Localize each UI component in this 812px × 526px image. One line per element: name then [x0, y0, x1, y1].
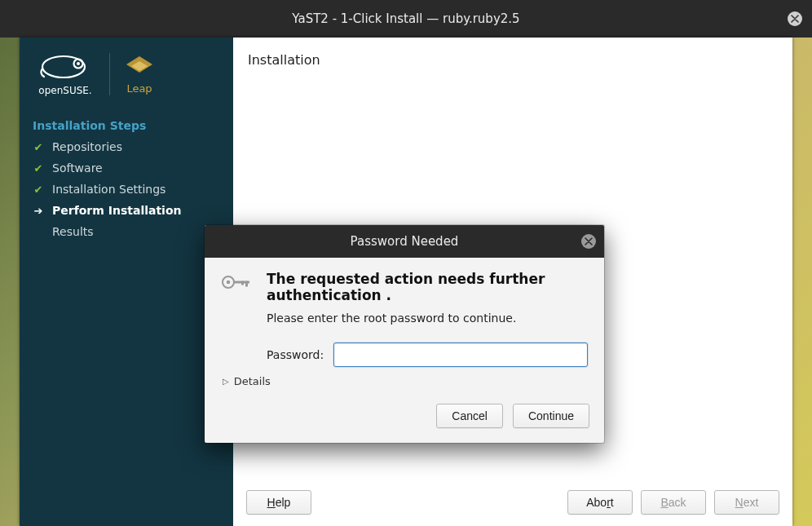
logo-separator	[109, 53, 110, 95]
close-icon	[585, 237, 593, 245]
window-title: YaST2 - 1-Click Install — ruby.ruby2.5	[292, 11, 519, 26]
svg-point-6	[227, 281, 231, 285]
step-perform-installation: ➔Perform Installation	[33, 204, 222, 217]
next-rest: ext	[744, 496, 759, 509]
abort-button[interactable]: Abort	[567, 490, 633, 515]
continue-button[interactable]: Continue	[513, 404, 589, 428]
sidebar: openSUSE. Leap Installation Steps ✔Repos…	[20, 38, 233, 526]
svg-rect-9	[241, 281, 244, 285]
step-label: Installation Settings	[52, 183, 165, 196]
dialog-titlebar: Password Needed	[205, 225, 604, 258]
back-button: Back	[641, 490, 706, 515]
help-button[interactable]: Help	[246, 490, 311, 515]
check-icon: ✔	[33, 141, 44, 153]
dialog-headline: The requested action needs further authe…	[267, 271, 588, 303]
abort-post: t	[611, 496, 614, 509]
chameleon-icon	[36, 52, 95, 83]
steps-header: Installation Steps	[33, 119, 222, 132]
step-label: Results	[52, 225, 94, 238]
help-rest: elp	[276, 496, 291, 509]
svg-rect-8	[245, 281, 248, 287]
logo-row: openSUSE. Leap	[36, 52, 222, 96]
password-dialog: Password Needed The requested action nee…	[205, 225, 604, 443]
steps-list: ✔Repositories ✔Software ✔Installation Se…	[33, 140, 222, 238]
help-mnemonic: H	[267, 496, 276, 509]
opensuse-label: openSUSE.	[38, 85, 91, 96]
back-mnemonic: B	[660, 496, 668, 509]
key-icon	[221, 271, 254, 294]
leap-logo: Leap	[125, 55, 154, 95]
password-input[interactable]	[333, 343, 588, 367]
password-label: Password:	[267, 348, 324, 361]
next-button: Next	[714, 490, 779, 515]
step-software: ✔Software	[33, 161, 222, 175]
password-row: Password:	[267, 343, 588, 367]
dialog-subtext: Please enter the root password to contin…	[267, 312, 588, 325]
step-label: Software	[52, 161, 103, 175]
dialog-footer: Cancel Continue	[205, 399, 604, 443]
dialog-close-button[interactable]	[581, 234, 596, 249]
page-title: Installation	[233, 38, 792, 68]
step-results: •Results	[33, 225, 222, 238]
dialog-title: Password Needed	[351, 234, 459, 249]
chevron-right-icon: ▷	[223, 377, 229, 386]
leap-label: Leap	[126, 82, 152, 95]
check-icon: ✔	[33, 162, 44, 175]
abort-pre: Abo	[586, 496, 607, 509]
close-icon	[791, 15, 799, 23]
dialog-header-row: The requested action needs further authe…	[221, 271, 588, 303]
leap-icon	[125, 55, 154, 79]
details-toggle[interactable]: ▷ Details	[223, 375, 588, 387]
back-rest: ack	[669, 496, 686, 509]
footer-bar: Help Abort Back Next	[233, 482, 792, 526]
step-repositories: ✔Repositories	[33, 140, 222, 153]
step-installation-settings: ✔Installation Settings	[33, 183, 222, 196]
check-icon: ✔	[33, 183, 44, 196]
svg-point-2	[77, 62, 80, 65]
cancel-button[interactable]: Cancel	[436, 404, 503, 428]
step-label: Perform Installation	[52, 204, 182, 217]
details-label: Details	[234, 375, 271, 387]
window-close-button[interactable]	[788, 11, 802, 26]
opensuse-logo: openSUSE.	[36, 52, 95, 96]
window-titlebar: YaST2 - 1-Click Install — ruby.ruby2.5	[0, 0, 812, 38]
step-label: Repositories	[52, 140, 122, 153]
dialog-body: The requested action needs further authe…	[205, 258, 604, 399]
arrow-right-icon: ➔	[33, 205, 44, 217]
next-mnemonic: N	[735, 496, 744, 509]
